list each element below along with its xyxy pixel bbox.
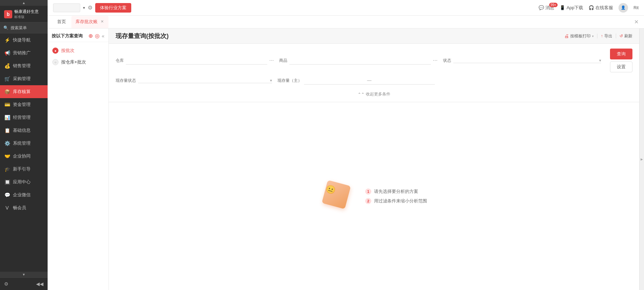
- add-scheme-button[interactable]: ⊕: [88, 33, 93, 39]
- refresh-label: 刷新: [624, 33, 632, 39]
- range-dash: —: [367, 78, 372, 83]
- print-dropdown-icon[interactable]: ▾: [592, 34, 594, 38]
- refresh-button[interactable]: ↺ 刷新: [620, 33, 632, 39]
- empty-state: 😐 1 请先选择要分析的方案 2 用过滤条件来缩小分析范围: [109, 102, 639, 290]
- appstore-icon: 🔲: [4, 179, 10, 185]
- warehouse-dots-button[interactable]: ···: [269, 57, 274, 64]
- export-label: 导出: [604, 33, 612, 39]
- collapse-up-icon: ⌃⌃: [358, 92, 365, 97]
- sidebar-scroll-up[interactable]: ▲: [0, 0, 48, 6]
- system-icon: ⚙️: [4, 140, 10, 146]
- sidebar-nav: ⚡ 快捷导航 📢 营销推广 💰 销售管理 🛒 采购管理 📦 库存核算 💳 资金管…: [0, 34, 48, 272]
- empty-hints: 1 请先选择要分析的方案 2 用过滤条件来缩小分析范围: [365, 188, 427, 204]
- topbar-breadcrumb: [53, 3, 80, 12]
- collab-icon: 🤝: [4, 153, 10, 159]
- product-dots-button[interactable]: ···: [433, 57, 437, 64]
- member-icon: V: [4, 205, 10, 211]
- sidebar-item-label-marketing: 营销推广: [13, 50, 31, 56]
- status-chevron-icon[interactable]: ▾: [599, 58, 601, 63]
- sidebar-item-newbie[interactable]: 🎓 新手引导: [0, 163, 48, 176]
- hint-number-1: 1: [365, 188, 371, 195]
- page-title: 现存量查询(按批次): [116, 32, 169, 40]
- sidebar-item-sales[interactable]: 💰 销售管理: [0, 59, 48, 72]
- scheme-item-warehouse-batch[interactable]: ○ 按仓库+批次: [48, 56, 108, 68]
- sidebar-item-label-system: 系统管理: [13, 140, 31, 146]
- stock-status-chevron-icon[interactable]: ▾: [270, 78, 272, 83]
- sidebar-item-ops[interactable]: 📊 经营管理: [0, 111, 48, 124]
- stock-qty-label: 现存量（主）: [277, 78, 302, 84]
- product-label: 商品: [279, 58, 287, 64]
- stock-qty-range: —: [304, 76, 435, 85]
- sidebar-item-label-finance: 资金管理: [13, 102, 31, 108]
- topbar-gear-icon[interactable]: ⚙: [88, 4, 92, 11]
- app-download-button[interactable]: 📱 App下载: [560, 5, 583, 11]
- sidebar-item-basic[interactable]: 📋 基础信息: [0, 124, 48, 137]
- stock-status-label: 现存量状态: [116, 78, 136, 84]
- right-edge-panel[interactable]: ▶: [639, 29, 644, 290]
- right-content: 现存量查询(按批次) 🖨 按模板打印 ▾ ↑ 导出 ↺ 刷: [109, 29, 639, 290]
- settings-icon[interactable]: ⚙: [4, 281, 9, 287]
- refresh-icon: ↺: [620, 34, 623, 38]
- sales-icon: 💰: [4, 63, 10, 69]
- export-button[interactable]: ↑ 导出: [601, 33, 612, 39]
- sidebar-item-label-wxwork: 企业微信: [13, 192, 31, 198]
- marketing-icon: 📢: [4, 50, 10, 56]
- tab-inventory-batch[interactable]: 库存批次账 ✕: [71, 16, 108, 28]
- tab-close-inventory-batch[interactable]: ✕: [100, 19, 104, 24]
- sidebar-item-purchase[interactable]: 🛒 采购管理: [0, 72, 48, 85]
- sidebar-item-quick-nav[interactable]: ⚡ 快捷导航: [0, 34, 48, 47]
- search-menu[interactable]: 🔍 搜索菜单: [0, 22, 48, 34]
- left-panel-title: 按以下方案查询: [52, 33, 83, 39]
- filter-status: 状态 ▾: [443, 58, 601, 64]
- username: Rit: [633, 5, 639, 10]
- collapse-left-panel-button[interactable]: «: [102, 33, 104, 39]
- hint-text-2: 用过滤条件来缩小分析范围: [374, 198, 427, 204]
- collapse-sidebar-icon[interactable]: ◀◀: [36, 281, 44, 287]
- messages-button[interactable]: 💬 消息 99+: [539, 5, 554, 11]
- tabbar: 首页 库存批次账 ✕ ✕: [48, 16, 644, 29]
- wxwork-icon: 💬: [4, 192, 10, 198]
- collapse-more-button[interactable]: ⌃⌃ 收起更多条件: [116, 89, 632, 97]
- product-input[interactable]: [289, 56, 431, 65]
- warehouse-input[interactable]: [126, 56, 267, 65]
- scheme-label-batch: 按批次: [61, 48, 74, 54]
- page-header: 现存量查询(按批次) 🖨 按模板打印 ▾ ↑ 导出 ↺ 刷: [109, 29, 639, 44]
- topbar-dropdown-icon[interactable]: ▾: [83, 5, 85, 10]
- basic-icon: 📋: [4, 127, 10, 133]
- sidebar-scroll-down[interactable]: ▼: [0, 272, 48, 277]
- stock-qty-max-input[interactable]: [374, 77, 435, 84]
- app-download-label: App下载: [566, 5, 583, 11]
- newbie-icon: 🎓: [4, 166, 10, 172]
- user-avatar[interactable]: 👤: [618, 3, 628, 13]
- filter-stock-qty: 现存量（主） —: [277, 76, 435, 85]
- hint-text-1: 请先选择要分析的方案: [374, 188, 418, 195]
- tab-home[interactable]: 首页: [53, 16, 70, 28]
- sidebar-item-finance[interactable]: 💳 资金管理: [0, 98, 48, 111]
- sidebar-item-system[interactable]: ⚙️ 系统管理: [0, 137, 48, 150]
- scheme-item-batch[interactable]: ● 按批次: [48, 45, 108, 56]
- scheme-dot-warehouse-batch: ○: [52, 59, 58, 65]
- stock-qty-min-input[interactable]: [304, 77, 365, 84]
- sidebar-item-collab[interactable]: 🤝 企业协同: [0, 150, 48, 163]
- sidebar-item-appstore[interactable]: 🔲 应用中心: [0, 176, 48, 188]
- left-panel-actions: ⊕ ◎ «: [88, 33, 104, 39]
- online-service-button[interactable]: 🎧 在线客服: [589, 5, 613, 11]
- close-all-tabs-button[interactable]: ✕: [634, 19, 639, 25]
- sidebar-item-label-purchase: 采购管理: [13, 76, 31, 82]
- scheme-list: ● 按批次 ○ 按仓库+批次: [48, 42, 108, 290]
- query-button[interactable]: 查询: [610, 49, 632, 59]
- scheme-settings-button[interactable]: ◎: [95, 33, 100, 39]
- sidebar-item-marketing[interactable]: 📢 营销推广: [0, 47, 48, 59]
- hint-number-2: 2: [365, 198, 371, 204]
- filter-settings-button[interactable]: 设置: [610, 61, 632, 72]
- sidebar-item-inventory[interactable]: 📦 库存核算: [0, 85, 48, 98]
- right-edge-icon: ▶: [641, 158, 643, 161]
- sidebar-item-wxwork[interactable]: 💬 企业微信: [0, 188, 48, 201]
- app-logo-icon: b: [4, 10, 12, 18]
- trial-button[interactable]: 体验行业方案: [95, 3, 131, 13]
- ops-icon: 📊: [4, 114, 10, 121]
- sidebar-item-label-collab: 企业协同: [13, 153, 31, 159]
- print-button[interactable]: 🖨 按模板打印 ▾: [564, 33, 594, 39]
- scheme-label-warehouse-batch: 按仓库+批次: [61, 59, 86, 65]
- sidebar-item-member[interactable]: V 畅会员: [0, 201, 48, 214]
